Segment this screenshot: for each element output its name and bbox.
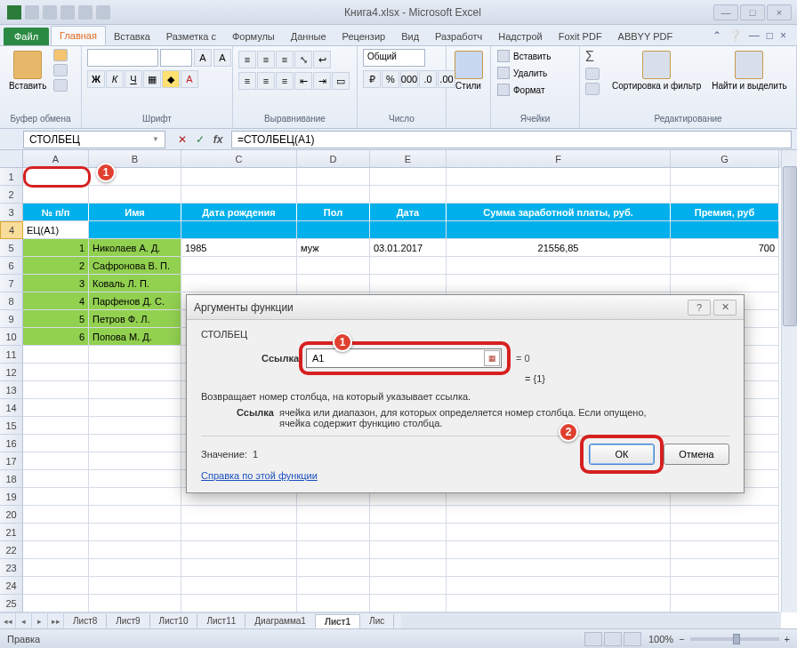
undo-icon[interactable] bbox=[43, 5, 57, 20]
col-header[interactable]: D bbox=[297, 150, 370, 168]
sort-filter-button[interactable]: Сортировка и фильтр bbox=[608, 49, 704, 92]
underline-button[interactable]: Ч bbox=[125, 70, 142, 88]
row-header[interactable]: 5 bbox=[0, 239, 23, 257]
find-select-button[interactable]: Найти и выделить bbox=[708, 49, 790, 92]
tab-home[interactable]: Главная bbox=[51, 26, 106, 45]
row-headers[interactable]: 1 2 3 4 5 6 7 8 9 10 11 12 13 14 15 16 1… bbox=[0, 168, 23, 612]
scrollbar-thumb[interactable] bbox=[783, 166, 797, 326]
row-header[interactable]: 3 bbox=[0, 204, 23, 221]
help-icon[interactable]: ❔ bbox=[729, 29, 742, 42]
insert-cells-button[interactable]: Вставить bbox=[496, 49, 551, 63]
styles-button[interactable]: Стили bbox=[452, 49, 485, 92]
tab-review[interactable]: Рецензир bbox=[334, 28, 394, 45]
qat-icon[interactable] bbox=[96, 5, 110, 20]
italic-button[interactable]: К bbox=[106, 70, 124, 88]
redo-icon[interactable] bbox=[60, 5, 75, 20]
dialog-help-button[interactable]: ? bbox=[688, 300, 711, 316]
table-header[interactable]: Пол bbox=[297, 204, 370, 221]
zoom-level[interactable]: 100% bbox=[648, 634, 673, 644]
tab-layout[interactable]: Разметка с bbox=[158, 28, 224, 45]
table-row[interactable]: 1Николаев А. Д.1985муж03.01.201721556,85… bbox=[23, 239, 781, 257]
dialog-close-button[interactable]: ✕ bbox=[713, 300, 737, 316]
format-painter-icon[interactable] bbox=[53, 79, 68, 92]
cut-icon[interactable] bbox=[53, 49, 68, 61]
tab-data[interactable]: Данные bbox=[283, 28, 334, 45]
row-header[interactable]: 6 bbox=[0, 257, 23, 275]
tab-developer[interactable]: Разработч bbox=[427, 28, 490, 45]
row-header[interactable]: 19 bbox=[0, 488, 23, 506]
tab-formulas[interactable]: Формулы bbox=[224, 28, 283, 45]
indent-inc-icon[interactable]: ⇥ bbox=[313, 72, 331, 90]
table-header[interactable]: Сумма заработной платы, руб. bbox=[447, 204, 671, 221]
zoom-out-button[interactable]: − bbox=[679, 634, 684, 644]
indent-dec-icon[interactable]: ⇤ bbox=[294, 72, 312, 90]
row-header[interactable]: 14 bbox=[0, 399, 23, 417]
align-center-icon[interactable]: ≡ bbox=[257, 72, 275, 90]
vertical-scrollbar[interactable] bbox=[781, 150, 797, 612]
doc-max-icon[interactable]: □ bbox=[767, 29, 773, 42]
row-header[interactable]: 18 bbox=[0, 470, 23, 488]
view-pagebreak-icon[interactable] bbox=[624, 632, 641, 646]
dialog-titlebar[interactable]: Аргументы функции ? ✕ bbox=[187, 295, 744, 320]
delete-cells-button[interactable]: Удалить bbox=[496, 66, 548, 80]
name-box[interactable]: СТОЛБЕЦ ▼ bbox=[23, 131, 165, 148]
range-picker-icon[interactable]: ▦ bbox=[484, 350, 500, 366]
align-right-icon[interactable]: ≡ bbox=[276, 72, 294, 90]
row-header[interactable]: 20 bbox=[0, 506, 23, 524]
cancel-formula-button[interactable]: ✕ bbox=[174, 132, 190, 148]
sheet-nav-prev[interactable]: ◂ bbox=[16, 613, 32, 628]
merge-icon[interactable]: ▭ bbox=[332, 72, 350, 90]
save-icon[interactable] bbox=[25, 5, 39, 20]
file-tab[interactable]: Файл bbox=[4, 28, 49, 45]
font-size-select[interactable] bbox=[160, 49, 192, 67]
tab-view[interactable]: Вид bbox=[393, 28, 427, 45]
table-header[interactable]: Дата bbox=[370, 204, 447, 221]
table-header[interactable]: № п/п bbox=[23, 204, 89, 221]
doc-min-icon[interactable]: — bbox=[749, 29, 760, 42]
function-help-link[interactable]: Справка по этой функции bbox=[201, 470, 318, 481]
row-header[interactable]: 15 bbox=[0, 417, 23, 435]
format-cells-button[interactable]: Формат bbox=[496, 83, 546, 97]
font-select[interactable] bbox=[87, 49, 158, 67]
row-header[interactable]: 13 bbox=[0, 381, 23, 399]
copy-icon[interactable] bbox=[53, 64, 68, 76]
select-all-corner[interactable] bbox=[0, 150, 23, 168]
cancel-button[interactable]: Отмена bbox=[664, 444, 729, 465]
fill-icon[interactable] bbox=[585, 68, 600, 80]
row-header[interactable]: 17 bbox=[0, 452, 23, 470]
align-left-icon[interactable]: ≡ bbox=[238, 72, 256, 90]
col-header[interactable]: F bbox=[447, 150, 671, 168]
view-layout-icon[interactable] bbox=[604, 632, 622, 646]
col-header[interactable]: A bbox=[23, 150, 89, 168]
paste-button[interactable]: Вставить bbox=[5, 49, 50, 92]
minimize-ribbon-icon[interactable]: ⌃ bbox=[712, 29, 721, 42]
font-color-button[interactable]: A bbox=[181, 70, 198, 88]
view-normal-icon[interactable] bbox=[584, 632, 602, 646]
row-header[interactable]: 8 bbox=[0, 292, 23, 310]
clear-icon[interactable] bbox=[585, 83, 600, 95]
col-header[interactable]: E bbox=[370, 150, 447, 168]
row-header[interactable]: 21 bbox=[0, 524, 23, 541]
percent-icon[interactable]: % bbox=[382, 70, 399, 88]
table-header[interactable]: Премия, руб bbox=[671, 204, 779, 221]
orientation-icon[interactable]: ⤡ bbox=[294, 51, 312, 68]
doc-close-icon[interactable]: × bbox=[780, 29, 786, 42]
number-format-select[interactable]: Общий bbox=[363, 49, 425, 67]
maximize-button[interactable]: □ bbox=[740, 4, 765, 20]
sheet-nav-first[interactable]: ◂◂ bbox=[0, 613, 16, 628]
row-header[interactable]: 1 bbox=[0, 168, 23, 186]
row-header[interactable]: 24 bbox=[0, 577, 23, 595]
currency-icon[interactable]: ₽ bbox=[363, 70, 381, 88]
qat-icon[interactable] bbox=[78, 5, 93, 20]
grow-font-icon[interactable]: A bbox=[194, 49, 212, 67]
zoom-in-button[interactable]: + bbox=[785, 634, 790, 644]
minimize-button[interactable]: — bbox=[713, 4, 738, 20]
row-header[interactable]: 16 bbox=[0, 435, 23, 452]
table-header[interactable]: Имя bbox=[89, 204, 181, 221]
row-header[interactable]: 25 bbox=[0, 595, 23, 612]
sheet-tab[interactable]: Лис bbox=[360, 614, 394, 628]
row-header[interactable]: 9 bbox=[0, 310, 23, 328]
inc-decimal-icon[interactable]: .0 bbox=[419, 70, 437, 88]
row-header[interactable]: 2 bbox=[0, 186, 23, 204]
chevron-down-icon[interactable]: ▼ bbox=[152, 135, 159, 143]
